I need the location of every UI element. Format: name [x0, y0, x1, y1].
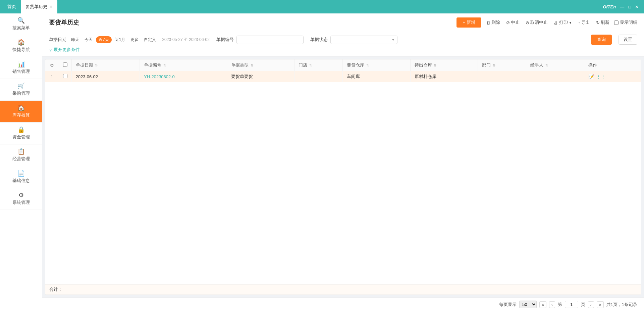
column-settings-icon[interactable]: ⚙: [50, 63, 54, 68]
sort-number-icon[interactable]: ⇅: [163, 63, 166, 67]
prev-page-btn[interactable]: ‹: [549, 301, 555, 308]
page-size-select[interactable]: 50 10 20 100: [519, 301, 537, 308]
brand-label: OfTEn: [603, 4, 616, 9]
date-filter-label: 单据日期: [49, 37, 66, 43]
row-number-link[interactable]: YH-20230602-0: [144, 74, 175, 79]
shortcut-7days[interactable]: 近7天: [96, 36, 112, 43]
finance-icon: 🔒: [17, 127, 25, 133]
total-label: 合计：: [49, 286, 62, 293]
stop-button[interactable]: ⊘ 中止: [505, 19, 521, 26]
sort-store-icon[interactable]: ⇅: [309, 63, 312, 67]
tab-home[interactable]: 首页: [3, 0, 21, 13]
bill-number-input[interactable]: [236, 36, 304, 44]
sidebar-item-finance[interactable]: 🔒 资金管理: [0, 123, 42, 144]
select-all-checkbox[interactable]: [63, 62, 67, 67]
bill-number-label: 单据编号: [216, 37, 234, 43]
sort-department-icon[interactable]: ⇅: [493, 63, 495, 67]
first-page-btn[interactable]: «: [539, 301, 546, 308]
row-checkbox-cell: [59, 71, 71, 82]
sort-type-icon[interactable]: ⇅: [251, 63, 253, 67]
sort-handler-icon[interactable]: ⇅: [545, 63, 548, 67]
page-number-input[interactable]: [565, 301, 578, 308]
refresh-button[interactable]: ↻ 刷新: [595, 19, 611, 26]
row-num: 1: [45, 71, 59, 82]
th-req-warehouse: 要货仓库 ⇅: [343, 59, 411, 71]
table-scroll[interactable]: ⚙ 单据日期 ⇅ 单据编号 ⇅: [45, 59, 641, 284]
query-button[interactable]: 查询: [591, 35, 612, 45]
date-filter: 单据日期 昨天 今天 近7天 近1月 更多 自定义 2023-05-27 至 2…: [49, 36, 210, 43]
th-date: 单据日期 ⇅: [71, 59, 140, 71]
sidebar: 🔍 搜索菜单 🏠 快捷导航 📊 销售管理 🛒 采购管理 🏠 库存核算 🔒 资金管…: [0, 13, 42, 311]
tab-close-icon[interactable]: ✕: [49, 4, 53, 9]
row-date: 2023-06-02: [71, 71, 140, 82]
status-select-wrapper: [330, 36, 397, 44]
row-department: [478, 71, 526, 82]
operations-icon: 📋: [17, 148, 25, 154]
close-btn[interactable]: ✕: [635, 4, 639, 9]
print-dropdown-icon: ▼: [569, 21, 572, 25]
total-info: 共1页，1条记录: [606, 302, 637, 308]
th-handler: 经手人 ⇅: [526, 59, 584, 71]
shortcut-custom[interactable]: 自定义: [142, 36, 158, 43]
edit-icon[interactable]: 📝: [588, 74, 594, 79]
shortcut-more[interactable]: 更多: [128, 36, 141, 43]
sort-pending-warehouse-icon[interactable]: ⇅: [434, 63, 436, 67]
tab-order-history[interactable]: 要货单历史 ✕: [21, 0, 57, 13]
content-area: 要货单历史 + 新增 🗑 删除 ⊘ 中止 ⊘ 取消中止: [42, 13, 644, 311]
top-bar: 首页 要货单历史 ✕ OfTEn — □ ✕: [0, 0, 644, 13]
settings-button[interactable]: 设置: [619, 35, 637, 45]
cancel-stop-button[interactable]: ⊘ 取消中止: [524, 19, 549, 26]
stop-icon: ⊘: [506, 20, 510, 25]
status-label: 单据状态: [310, 37, 328, 43]
new-button[interactable]: + 新增: [457, 17, 481, 28]
shortcut-today[interactable]: 今天: [83, 36, 95, 43]
table-row: 1 2023-06-02 YH-20230602-0 要货单要货 车间库: [45, 71, 641, 82]
shortcut-1month[interactable]: 近1月: [113, 36, 127, 43]
minimize-btn[interactable]: —: [620, 4, 624, 9]
basic-info-icon: 📄: [17, 170, 25, 176]
row-store: [294, 71, 343, 82]
expand-more-btn[interactable]: ∨ 展开更多条件: [49, 47, 637, 53]
th-store: 门店 ⇅: [294, 59, 343, 71]
table-footer: 合计：: [45, 284, 641, 295]
next-page-btn[interactable]: ›: [588, 301, 594, 308]
row-pending-warehouse: 原材料仓库: [410, 71, 478, 82]
sidebar-item-system[interactable]: ⚙ 系统管理: [0, 188, 42, 210]
export-button[interactable]: ↑ 导出: [577, 19, 592, 26]
display-detail-checkbox[interactable]: [614, 20, 619, 25]
sidebar-item-operations[interactable]: 📋 经营管理: [0, 144, 42, 166]
inventory-icon: 🏠: [17, 105, 25, 111]
sidebar-item-basic-info[interactable]: 📄 基础信息: [0, 166, 42, 188]
page-size-label: 每页显示: [499, 302, 517, 308]
toolbar: + 新增 🗑 删除 ⊘ 中止 ⊘ 取消中止 🖨 打: [457, 17, 637, 28]
display-detail-checkbox-label[interactable]: 显示明细: [614, 19, 637, 26]
more-icon[interactable]: ⋮⋮: [596, 74, 605, 79]
delete-button[interactable]: 🗑 删除: [485, 19, 501, 26]
delete-icon: 🗑: [486, 20, 490, 25]
table-area: ⚙ 单据日期 ⇅ 单据编号 ⇅: [45, 59, 641, 295]
sidebar-item-search-menu[interactable]: 🔍 搜索菜单: [0, 13, 42, 35]
export-icon: ↑: [578, 20, 581, 25]
shortcut-yesterday[interactable]: 昨天: [69, 36, 81, 43]
maximize-btn[interactable]: □: [628, 4, 631, 9]
date-range-display: 2023-05-27 至 2023-06-02: [162, 37, 209, 43]
sidebar-item-inventory[interactable]: 🏠 库存核算: [0, 101, 42, 123]
sidebar-item-quick-nav[interactable]: 🏠 快捷导航: [0, 35, 42, 57]
filter-area: 单据日期 昨天 今天 近7天 近1月 更多 自定义 2023-05-27 至 2…: [42, 31, 644, 56]
row-req-warehouse: 车间库: [343, 71, 411, 82]
th-settings: ⚙: [45, 59, 59, 71]
status-select[interactable]: [330, 36, 397, 44]
print-button[interactable]: 🖨 打印 ▼: [552, 19, 574, 26]
sales-icon: 📊: [17, 61, 25, 67]
data-table: ⚙ 单据日期 ⇅ 单据编号 ⇅: [45, 59, 641, 82]
search-menu-icon: 🔍: [17, 17, 25, 24]
sidebar-item-sales[interactable]: 📊 销售管理: [0, 57, 42, 79]
pagination-bar: 每页显示 50 10 20 100 « ‹ 第 页 › » 共1页，1条记录: [42, 298, 644, 311]
sort-date-icon[interactable]: ⇅: [95, 63, 98, 67]
sort-req-warehouse-icon[interactable]: ⇅: [366, 63, 369, 67]
last-page-btn[interactable]: »: [597, 301, 604, 308]
sidebar-item-purchase[interactable]: 🛒 采购管理: [0, 79, 42, 101]
system-icon: ⚙: [18, 192, 24, 198]
status-filter: 单据状态: [310, 36, 397, 44]
row-checkbox[interactable]: [63, 74, 67, 78]
